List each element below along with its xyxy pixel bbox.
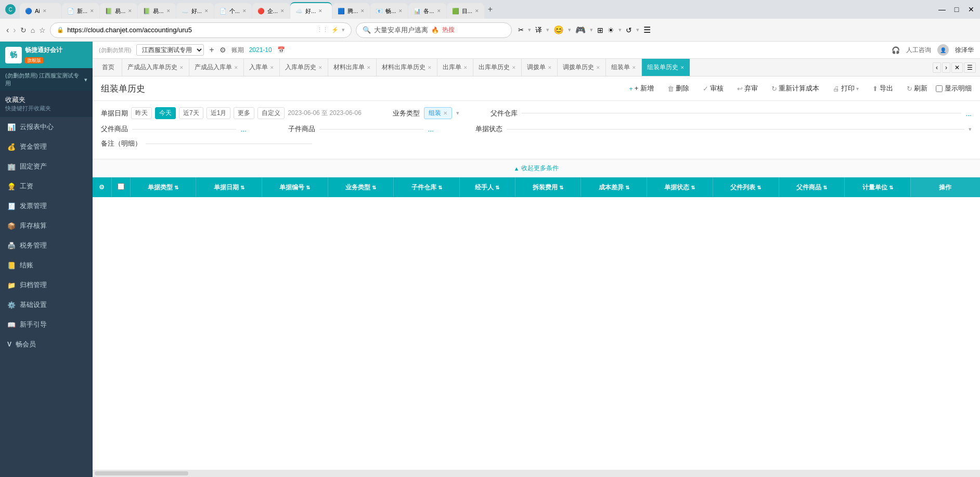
tab-inbound[interactable]: 入库单✕ [244, 59, 280, 76]
refresh-button[interactable]: ↻ 刷新 [901, 82, 933, 95]
tab-inbound-history[interactable]: 入库单历史✕ [280, 59, 328, 76]
minimize-button[interactable]: — [935, 4, 949, 15]
table-col-biz-type[interactable]: 业务类型⇅ [328, 177, 394, 197]
browser-tab-7[interactable]: 🔴企...✕ [252, 3, 290, 19]
bill-status-dropdown[interactable]: ▾ [969, 126, 972, 133]
tab-transfer[interactable]: 调拨单✕ [522, 59, 558, 76]
company-settings-button[interactable]: ⚙ [220, 46, 226, 54]
tab-close-icon[interactable]: ✕ [270, 65, 274, 70]
back-button[interactable]: ‹ [6, 25, 9, 35]
add-company-button[interactable]: + [209, 45, 214, 55]
child-goods-more[interactable]: ... [428, 125, 434, 133]
tab-close-icon[interactable]: ✕ [367, 65, 371, 70]
sidebar-item-payroll[interactable]: 👷 工资 [0, 176, 93, 196]
company-dropdown[interactable]: 江西服宝测试专用 [136, 44, 204, 56]
menu-icon[interactable]: ☰ [643, 25, 651, 35]
table-col-unit[interactable]: 计量单位⇅ [845, 177, 911, 197]
scrollbar-area[interactable] [93, 470, 980, 477]
tab-close-icon[interactable]: ✕ [596, 65, 600, 70]
custom-date-btn[interactable]: 自定义 [257, 107, 285, 119]
tab-material-out[interactable]: 材料出库单✕ [328, 59, 377, 76]
last7-btn[interactable]: 近7天 [179, 107, 203, 119]
maximize-button[interactable]: □ [950, 4, 963, 15]
browser-tab-6[interactable]: 📄个...✕ [214, 3, 252, 19]
delete-button[interactable]: 🗑 删除 [662, 82, 694, 95]
home-button[interactable]: ⌂ [31, 26, 35, 34]
sidebar-item-closing[interactable]: 📒 结账 [0, 255, 93, 275]
tab-close-icon[interactable]: ✕ [179, 65, 184, 70]
parent-warehouse-more[interactable]: ... [965, 109, 972, 118]
table-settings-icon[interactable]: ⚙ [99, 184, 105, 191]
table-col-handler[interactable]: 经手人⇅ [460, 177, 515, 197]
sidebar-item-inventory[interactable]: 📦 库存核算 [0, 216, 93, 236]
browser-tab-9[interactable]: 🟦腾...✕ [332, 3, 370, 19]
show-detail-checkbox[interactable] [936, 85, 943, 92]
tab-outbound[interactable]: 出库单✕ [437, 59, 473, 76]
parent-goods-more[interactable]: ... [240, 125, 247, 133]
today-btn[interactable]: 今天 [155, 107, 176, 119]
help-icon[interactable]: 🎧 [892, 46, 900, 54]
table-col-settings[interactable]: ⚙ [93, 177, 111, 197]
tab-assembly-history-active[interactable]: 组装单历史✕ [642, 59, 690, 76]
tab-assembly[interactable]: 组装单✕ [606, 59, 642, 76]
tab-scroll-right[interactable]: › [942, 62, 950, 73]
emoji-icon[interactable]: 😊 [553, 25, 564, 35]
sun-icon[interactable]: ☀ [608, 26, 614, 34]
new-tab-button[interactable]: + [485, 5, 496, 14]
tab-close-icon[interactable]: ✕ [632, 65, 636, 70]
tab-close-icon[interactable]: ✕ [512, 65, 516, 70]
recalculate-button[interactable]: ↻ 重新计算成本 [766, 82, 824, 95]
biz-type-dropdown[interactable]: ▾ [456, 110, 459, 117]
yesterday-btn[interactable]: 昨天 [131, 107, 152, 119]
table-col-bill-status[interactable]: 单据状态⇅ [647, 177, 713, 197]
new-button[interactable]: + + 新增 [624, 82, 659, 95]
tab-material-out-history[interactable]: 材料出库单历史✕ [377, 59, 437, 76]
help-text[interactable]: 人工咨询 [906, 46, 931, 55]
forward-button[interactable]: › [13, 25, 16, 35]
tab-close-icon[interactable]: ✕ [428, 65, 432, 70]
tab-outbound-history[interactable]: 出库单历史✕ [473, 59, 522, 76]
table-col-parent-goods[interactable]: 父件商品⇅ [779, 177, 845, 197]
sidebar-item-vip[interactable]: V 畅会员 [0, 334, 93, 354]
browser-tab-8-active[interactable]: ☁️好...✕ [290, 2, 332, 19]
address-input[interactable] [67, 26, 314, 34]
translate-icon[interactable]: 译 [535, 25, 542, 35]
table-col-parent-list[interactable]: 父件列表⇅ [713, 177, 779, 197]
tab-close-all[interactable]: ✕ [951, 62, 963, 73]
browser-tab-2[interactable]: 📄新...✕ [62, 3, 99, 19]
grid-icon[interactable]: ⊞ [597, 26, 603, 34]
collapse-bar[interactable]: ▲ 收起更多条件 [93, 159, 980, 177]
export-button[interactable]: ⬆ 导出 [867, 82, 898, 95]
reload-button[interactable]: ↻ [20, 26, 27, 34]
browser-tab-10[interactable]: 📧畅...✕ [370, 3, 408, 19]
browser-tab-1[interactable]: 🔵Ai✕ [20, 3, 61, 19]
sidebar-item-funds[interactable]: 💰 资金管理 [0, 137, 93, 157]
tab-home[interactable]: 首页 [95, 59, 122, 76]
sidebar-item-invoice[interactable]: 🧾 发票管理 [0, 196, 93, 216]
more-date-btn[interactable]: 更多 [234, 107, 254, 119]
sidebar-item-guide[interactable]: 📖 新手引导 [0, 315, 93, 334]
tab-menu[interactable]: ☰ [964, 62, 976, 73]
last1m-btn[interactable]: 近1月 [207, 107, 231, 119]
calendar-icon[interactable]: 📅 [277, 46, 285, 54]
tab-close-icon[interactable]: ✕ [463, 65, 468, 70]
print-button[interactable]: 🖨 打印 ▾ [828, 82, 864, 95]
table-col-bill-no[interactable]: 单据编号⇅ [262, 177, 328, 197]
company-selector[interactable]: (勿删勿禁用) 江西服宝测试专用 ▾ [0, 68, 93, 91]
scissors-icon[interactable]: ✂ [518, 26, 524, 34]
browser-tab-11[interactable]: 📊各...✕ [408, 3, 446, 19]
bookmark-button[interactable]: ☆ [39, 26, 46, 34]
sidebar-item-archive[interactable]: 📁 归档管理 [0, 275, 93, 295]
tab-finished-goods-history[interactable]: 产成品入库单历史✕ [122, 59, 189, 76]
browser-tab-4[interactable]: 📗易...✕ [138, 3, 175, 19]
undo-icon[interactable]: ↺ [626, 26, 632, 34]
table-col-date[interactable]: 单据日期⇅ [196, 177, 262, 197]
browser-tab-12[interactable]: 🟩目...✕ [447, 3, 484, 19]
sidebar-item-cloud-reports[interactable]: 📊 云报表中心 [0, 117, 93, 137]
close-button[interactable]: ✕ [964, 4, 978, 15]
table-col-child-warehouse[interactable]: 子件仓库⇅ [394, 177, 460, 197]
sidebar-item-settings[interactable]: ⚙️ 基础设置 [0, 295, 93, 315]
table-col-cost-diff[interactable]: 成本差异⇅ [581, 177, 647, 197]
tab-transfer-history[interactable]: 调拨单历史✕ [558, 59, 606, 76]
browser-tab-3[interactable]: 📗易...✕ [100, 3, 137, 19]
